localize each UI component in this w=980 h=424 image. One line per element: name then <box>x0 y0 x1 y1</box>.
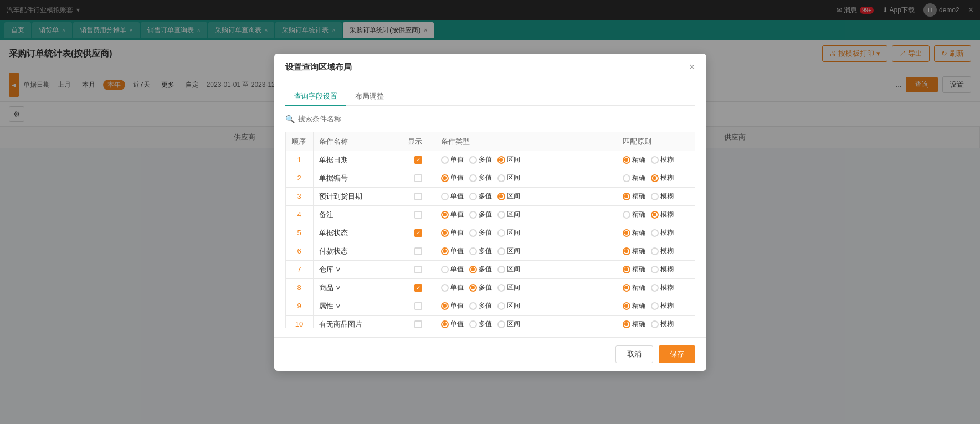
settings-modal: 设置查询区域布局 × 查询字段设置 布局调整 🔍 顺序 条件 <box>274 54 706 149</box>
modal-th-type: 条件类型 <box>435 132 617 149</box>
modal-th-match: 匹配原则 <box>617 132 695 149</box>
modal-th-name: 条件名称 <box>314 132 402 149</box>
modal-title: 设置查询区域布局 <box>285 62 352 73</box>
modal-th-order: 顺序 <box>286 132 314 149</box>
modal-table-header: 顺序 条件名称 显示 条件类型 匹配原则 <box>285 132 695 149</box>
modal-tab-fields[interactable]: 查询字段设置 <box>285 88 346 106</box>
modal-close-btn[interactable]: × <box>689 61 695 73</box>
modal-th-display: 显示 <box>402 132 435 149</box>
modal-header: 设置查询区域布局 × <box>274 54 706 81</box>
modal-search-icon: 🔍 <box>285 115 295 123</box>
modal-tabs: 查询字段设置 布局调整 <box>285 81 695 106</box>
modal-search-box: 🔍 <box>285 112 695 127</box>
modal-search-input[interactable] <box>298 115 695 123</box>
modal-overlay[interactable]: 设置查询区域布局 × 查询字段设置 布局调整 🔍 顺序 条件 <box>0 0 980 148</box>
modal-body: 查询字段设置 布局调整 🔍 顺序 条件名称 显示 条件类型 匹配原则 <box>274 81 706 149</box>
modal-tab-layout[interactable]: 布局调整 <box>346 88 393 106</box>
